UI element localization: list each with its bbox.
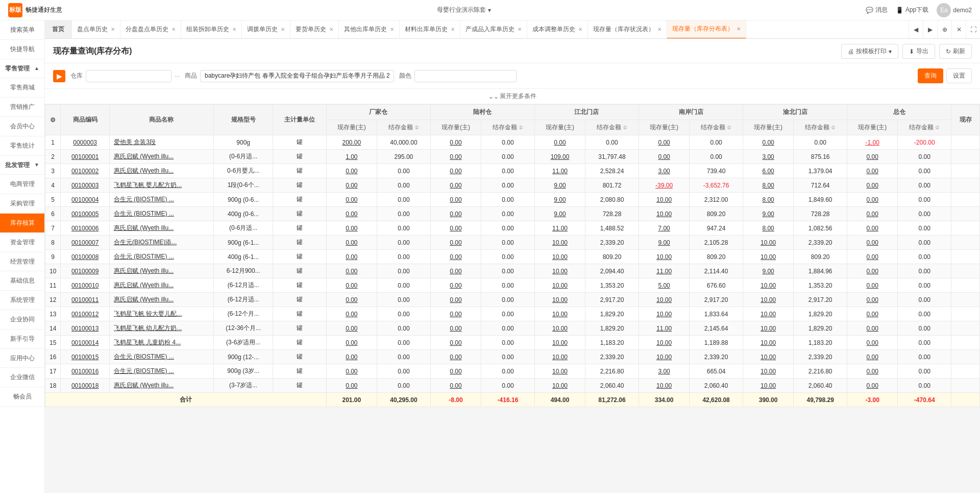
td-name[interactable]: 飞鹤星飞帆 幼儿配方奶... (109, 321, 213, 336)
td-total-qty[interactable]: 0.00 (847, 350, 898, 364)
td-total-qty[interactable]: 0.00 (847, 236, 898, 250)
td-total-qty[interactable]: 0.00 (847, 321, 898, 336)
close-tab-material-outbound[interactable]: ✕ (451, 27, 455, 32)
tab-prev-btn[interactable]: ◀ (909, 20, 923, 39)
td-nanan-qty[interactable]: 9.00 (639, 236, 690, 250)
td-name[interactable]: 合生元 (BIOSTIME) ... (109, 364, 213, 379)
td-yubei-qty[interactable]: 10.00 (743, 379, 794, 393)
td-nanan-qty[interactable]: 10.00 (639, 379, 690, 393)
close-tab-transfer[interactable]: ✕ (281, 27, 285, 32)
td-lu-qty[interactable]: 0.00 (430, 164, 481, 178)
td-factory-qty[interactable]: 200.00 (326, 135, 377, 150)
td-total-qty[interactable]: 0.00 (847, 364, 898, 379)
sidebar-item-wholesale-mgmt[interactable]: 批发管理 ▼ (0, 156, 44, 175)
td-nanan-qty[interactable]: 3.00 (639, 164, 690, 178)
tab-stocktake-hist[interactable]: 盘点单历史 ✕ (72, 20, 120, 39)
table-container[interactable]: ⚙ 商品编码 商品名称 规格型号 主计量单位 厂家仓 陆村仓 江北门店 南岸门店… (45, 104, 980, 482)
td-name[interactable]: 惠氏启赋 (Wyeth illu... (109, 278, 213, 293)
td-factory-qty[interactable]: 0.00 (326, 293, 377, 307)
td-lu-qty[interactable]: 0.00 (430, 250, 481, 264)
sidebar-item-purchase[interactable]: 采购管理 (0, 194, 44, 214)
td-name[interactable]: 合生元 (BIOSTIME) ... (109, 207, 213, 221)
td-lu-qty[interactable]: 0.00 (430, 193, 481, 207)
td-factory-qty[interactable]: 0.00 (326, 307, 377, 321)
td-name[interactable]: 惠氏启赋 (Wyeth illu... (109, 264, 213, 278)
tab-sub-stocktake[interactable]: 分盘盘点单历史 ✕ (120, 20, 181, 39)
td-yubei-qty[interactable]: 10.00 (743, 293, 794, 307)
td-nanan-qty[interactable]: 7.00 (639, 221, 690, 236)
td-jiangbei-qty[interactable]: 10.00 (534, 379, 585, 393)
td-total-qty[interactable]: 0.00 (847, 379, 898, 393)
close-tab-stocktake[interactable]: ✕ (111, 27, 115, 32)
td-jiangbei-qty[interactable]: 10.00 (534, 307, 585, 321)
td-yubei-qty[interactable]: 10.00 (743, 278, 794, 293)
td-jiangbei-qty[interactable]: 10.00 (534, 250, 585, 264)
td-name[interactable]: 合生元 (BIOSTIME) ... (109, 350, 213, 364)
td-factory-qty[interactable]: 0.00 (326, 350, 377, 364)
td-factory-qty[interactable]: 0.00 (326, 264, 377, 278)
td-nanan-qty[interactable]: 10.00 (639, 350, 690, 364)
close-tab-stock-status[interactable]: ✕ (657, 27, 662, 32)
tab-home[interactable]: 首页 (45, 20, 72, 39)
td-total-qty[interactable]: 0.00 (847, 207, 898, 221)
td-yubei-qty[interactable]: 3.00 (743, 150, 794, 164)
td-factory-qty[interactable]: 0.00 (326, 164, 377, 178)
td-nanan-qty[interactable]: 10.00 (639, 307, 690, 321)
td-yubei-qty[interactable]: 6.00 (743, 164, 794, 178)
td-lu-qty[interactable]: 0.00 (430, 336, 481, 350)
td-nanan-qty[interactable]: 10.00 (639, 207, 690, 221)
td-factory-qty[interactable]: 0.00 (326, 336, 377, 350)
td-total-qty[interactable]: 0.00 (847, 307, 898, 321)
td-code[interactable]: 00100006 (61, 221, 110, 236)
td-factory-qty[interactable]: 0.00 (326, 321, 377, 336)
td-lu-qty[interactable]: 0.00 (430, 350, 481, 364)
tab-transfer[interactable]: 调拨单历史 ✕ (242, 20, 290, 39)
td-factory-qty[interactable]: 0.00 (326, 236, 377, 250)
td-code[interactable]: 00100012 (61, 307, 110, 321)
td-name[interactable]: 爱他美 盒装3段 (109, 135, 213, 150)
td-factory-qty[interactable]: 0.00 (326, 379, 377, 393)
td-name[interactable]: 飞鹤星飞帆 较大婴儿配... (109, 307, 213, 321)
lu-amt-info-icon[interactable]: ① (519, 125, 523, 130)
td-total-qty[interactable]: 0.00 (847, 250, 898, 264)
goods-input[interactable] (200, 70, 394, 82)
messages-btn[interactable]: 💬 消息 (866, 6, 888, 14)
yubei-amt-info-icon[interactable]: ① (831, 125, 836, 130)
td-lu-qty[interactable]: 0.00 (430, 321, 481, 336)
td-nanan-qty[interactable]: 10.00 (639, 250, 690, 264)
td-code[interactable]: 00100002 (61, 164, 110, 178)
td-factory-qty[interactable]: 1.00 (326, 150, 377, 164)
tab-fullscreen-btn[interactable]: ⛶ (966, 20, 980, 39)
td-yubei-qty[interactable]: 9.00 (743, 264, 794, 278)
td-total-qty[interactable]: 0.00 (847, 178, 898, 193)
td-jiangbei-qty[interactable]: 10.00 (534, 264, 585, 278)
td-name[interactable]: 合生元 (BIOSTIME) ... (109, 250, 213, 264)
filter-expand-btn[interactable]: ▶ (53, 70, 65, 82)
sidebar-item-newbie[interactable]: 新手引导 (0, 330, 44, 349)
td-jiangbei-qty[interactable]: 9.00 (534, 178, 585, 193)
td-code[interactable]: 00100008 (61, 250, 110, 264)
td-total-qty[interactable]: 0.00 (847, 193, 898, 207)
td-nanan-qty[interactable]: 0.00 (639, 135, 690, 150)
expand-conditions-btn[interactable]: ⌄⌄ 展开更多条件 (488, 92, 536, 101)
tab-close-all-btn[interactable]: ✕ (951, 20, 966, 39)
td-lu-qty[interactable]: 0.00 (430, 264, 481, 278)
td-lu-qty[interactable]: 0.00 (430, 150, 481, 164)
sidebar-item-inventory[interactable]: 库存核算 (0, 214, 44, 233)
td-jiangbei-qty[interactable]: 9.00 (534, 193, 585, 207)
td-nanan-qty[interactable]: 10.00 (639, 336, 690, 350)
tab-other-outbound[interactable]: 其他出库单历史 ✕ (339, 20, 400, 39)
td-lu-qty[interactable]: 0.00 (430, 135, 481, 150)
td-yubei-qty[interactable]: 10.00 (743, 364, 794, 379)
td-nanan-qty[interactable]: 5.00 (639, 278, 690, 293)
sidebar-item-retail-mgmt[interactable]: 零售管理 ▲ (0, 59, 44, 79)
td-code[interactable]: 00100011 (61, 293, 110, 307)
jiangbei-amt-info-icon[interactable]: ① (623, 125, 627, 130)
tab-more-btn[interactable]: ⊕ (937, 20, 951, 39)
td-jiangbei-qty[interactable]: 10.00 (534, 321, 585, 336)
td-factory-qty[interactable]: 0.00 (326, 193, 377, 207)
td-jiangbei-qty[interactable]: 10.00 (534, 364, 585, 379)
td-factory-qty[interactable]: 0.00 (326, 221, 377, 236)
user-menu[interactable]: Ea demo2 (937, 3, 972, 17)
td-total-qty[interactable]: 0.00 (847, 336, 898, 350)
